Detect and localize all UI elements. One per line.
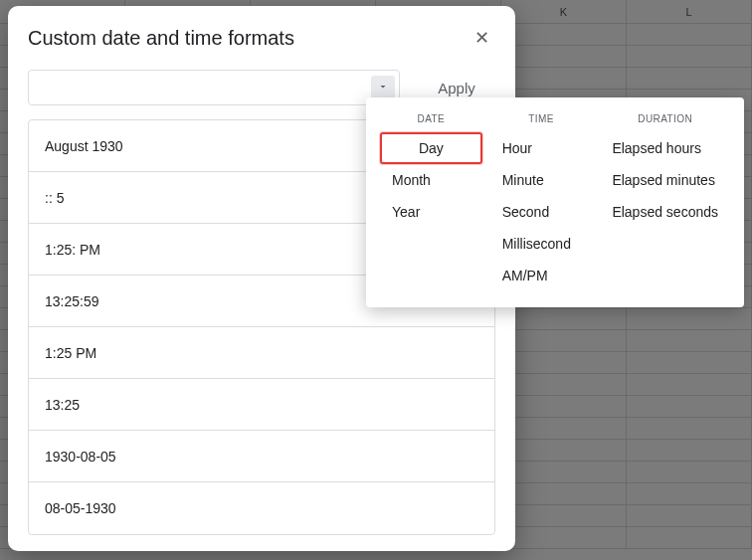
dropdown-item-minute[interactable]: Minute [490,164,593,196]
dropdown-item-hour[interactable]: Hour [490,132,593,164]
dropdown-date-column: DATE DayMonthYear [380,109,482,291]
format-sample[interactable]: 1930-08-05 [29,431,494,482]
format-sample[interactable]: 13:25 [29,379,494,431]
dropdown-time-column: TIME HourMinuteSecondMillisecondAM/PM [490,109,593,291]
format-sample[interactable]: 08-05-1930 [29,482,494,534]
dropdown-item-elapsed-hours[interactable]: Elapsed hours [600,132,730,164]
dropdown-item-millisecond[interactable]: Millisecond [490,228,593,260]
dropdown-item-month[interactable]: Month [380,164,482,196]
format-input[interactable] [29,80,371,95]
dropdown-item-am-pm[interactable]: AM/PM [490,260,593,291]
dropdown-item-elapsed-minutes[interactable]: Elapsed minutes [600,164,730,196]
format-sample[interactable]: 1:25 PM [29,327,494,379]
dropdown-item-second[interactable]: Second [490,196,593,228]
format-input-container [28,70,400,105]
close-icon[interactable]: ✕ [468,24,495,52]
dropdown-heading-date: DATE [380,109,482,132]
dropdown-heading-time: TIME [490,109,593,132]
format-parts-dropdown: DATE DayMonthYear TIME HourMinuteSecondM… [366,97,744,307]
format-parts-dropdown-button[interactable] [371,76,395,99]
dialog-title: Custom date and time formats [28,27,294,50]
dropdown-item-elapsed-seconds[interactable]: Elapsed seconds [600,196,730,228]
chevron-down-icon [377,79,389,96]
dropdown-item-day[interactable]: Day [380,132,482,164]
dialog-header: Custom date and time formats ✕ [28,24,495,52]
dropdown-duration-column: DURATION Elapsed hoursElapsed minutesEla… [600,109,730,291]
dropdown-heading-duration: DURATION [600,109,730,132]
dropdown-item-year[interactable]: Year [380,196,482,228]
